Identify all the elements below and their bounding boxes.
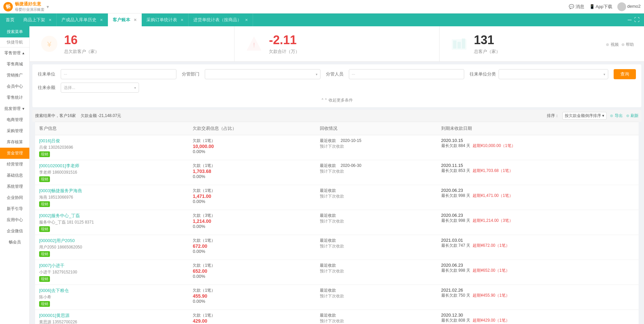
- content-area: ¥ 16 总欠款客户（家） !: [30, 26, 644, 324]
- owe-amount-2[interactable]: 1,471.00: [193, 194, 312, 199]
- customer-contact-3: 服务中心_丁磊 181 0125 8371: [39, 219, 185, 225]
- user-avatar[interactable]: demo2: [617, 2, 641, 11]
- sidebar: 搜索菜单 快捷导航 零售管理 ▲ 零售商城 营销推广 会员中心 零售统计 批发管…: [0, 26, 30, 324]
- customer-contact-1: 李老师 18600391516: [39, 170, 185, 175]
- cell-expire-1: 2020.11.15 最长欠款 853 天 超期¥1,703.68（1笔）: [437, 160, 639, 185]
- sidebar-item-system[interactable]: 系统管理: [0, 181, 29, 192]
- cell-payback-1: 最近收款 2020-06-30 预计下次收款: [316, 160, 437, 185]
- cell-expire-6: 2021.02.26 最长欠款 750 天 超期¥455.90（1笔）: [437, 285, 639, 310]
- tab-stock[interactable]: 进货单统计表（按商品） ✕: [189, 13, 253, 26]
- customer-name-4[interactable]: [000002]用户2050: [39, 238, 185, 244]
- owe-desc-5: 欠款（1笔）: [193, 263, 312, 268]
- sidebar-item-purchase[interactable]: 采购管理: [0, 125, 29, 137]
- customer-name-1[interactable]: [0001020001]李老师: [39, 163, 185, 169]
- filter-source-unit-input[interactable]: ···: [61, 69, 176, 79]
- stat-owe-amount-label: 欠款合计（万）: [269, 49, 429, 55]
- cell-owe-1: 欠款（1笔） 1,703.68 0.00%: [189, 160, 316, 185]
- close-customer-tab[interactable]: ✕: [134, 18, 137, 22]
- system-selector-arrow[interactable]: ▾: [47, 4, 49, 9]
- cell-owe-0: 欠款（1笔） 10,000.00 0.00%: [189, 135, 316, 160]
- sidebar-item-enterprise[interactable]: 企业协同: [0, 192, 29, 203]
- filter-dept-input[interactable]: ▾: [205, 69, 320, 79]
- tab-purchase[interactable]: 采购订单统计表 ✕: [142, 13, 189, 26]
- maximize-icon[interactable]: ⛶: [634, 17, 640, 23]
- overdue-link-5[interactable]: 超期¥652.00（1笔）: [473, 268, 510, 273]
- owe-amount-0[interactable]: 10,000.00: [193, 144, 312, 149]
- sidebar-item-finance[interactable]: 资金管理: [0, 148, 29, 159]
- owe-customers-icon: ¥: [40, 34, 59, 53]
- overdue-link-3[interactable]: 超期¥1,214.00（3笔）: [473, 218, 513, 223]
- sidebar-search[interactable]: 搜索菜单: [0, 26, 29, 37]
- owe-amount-7[interactable]: 429.00: [193, 318, 312, 324]
- tab-customer[interactable]: 客户账本 ✕: [108, 13, 142, 26]
- help-link[interactable]: ⊙ 帮助: [621, 42, 634, 48]
- sidebar-item-newbie[interactable]: 新手引导: [0, 203, 29, 214]
- total-customers-icon: [450, 34, 469, 53]
- customer-name-0[interactable]: [0016]吕俊: [39, 138, 185, 144]
- sidebar-item-batch-mgmt[interactable]: 批发管理 ▼: [0, 103, 29, 114]
- close-stock-tab[interactable]: ✕: [245, 18, 248, 22]
- owe-amount-5[interactable]: 652.00: [193, 268, 312, 274]
- owe-amount-4[interactable]: 672.00: [193, 243, 312, 249]
- customer-name-3[interactable]: [0002]服务中心_丁磊: [39, 213, 185, 219]
- table-row: [0002]服务中心_丁磊 服务中心_丁磊 181 0125 8371 现销 欠…: [35, 210, 639, 235]
- sort-label: 排序：: [547, 113, 559, 119]
- overdue-link-1[interactable]: 超期¥1,703.68（1笔）: [473, 168, 513, 173]
- owe-amount-3[interactable]: 1,214.00: [193, 218, 312, 224]
- refresh-button[interactable]: ⊙ 刷新: [626, 113, 639, 119]
- sidebar-item-ecommerce[interactable]: 电商管理: [0, 114, 29, 125]
- cell-expire-4: 2021.03.01 最长欠款 747 天 超期¥672.00（1笔）: [437, 235, 639, 260]
- customer-name-6[interactable]: [0006]去下粮仓: [39, 288, 185, 294]
- quick-nav[interactable]: 快捷导航: [0, 37, 29, 48]
- customer-name-5[interactable]: [0007]小进干: [39, 263, 185, 269]
- cell-expire-5: 2020.06.23 最长欠款 998 天 超期¥652.00（1笔）: [437, 260, 639, 285]
- cell-customer-2: [0003]畅捷服务尹海燕 海燕 18513066976 现销: [35, 185, 189, 210]
- overdue-link-2[interactable]: 超期¥1,471.00（1笔）: [473, 193, 513, 198]
- cell-payback-6: 最近收款 预计下次收款: [316, 285, 437, 310]
- sidebar-item-marketing[interactable]: 营销推广: [0, 70, 29, 81]
- collapse-button[interactable]: ⌃⌃ 收起更多条件: [38, 96, 636, 105]
- filter-unit-category-input[interactable]: ▾: [499, 69, 608, 79]
- sidebar-item-vip[interactable]: 畅会员: [0, 237, 29, 248]
- overdue-link-0[interactable]: 超期¥10,000.00（1笔）: [473, 143, 515, 148]
- overdue-link-7[interactable]: 超期¥429.00（1笔）: [473, 318, 510, 323]
- sidebar-item-operations[interactable]: 经营管理: [0, 159, 29, 170]
- owe-desc-2: 欠款（1笔）: [193, 188, 312, 194]
- customer-tag-6: 现销: [39, 301, 50, 307]
- query-button[interactable]: 查询: [614, 69, 636, 79]
- sidebar-item-basic-info[interactable]: 基础信息: [0, 170, 29, 181]
- tab-production[interactable]: 产成品入库单历史 ✕: [57, 13, 108, 26]
- filter-balance-input[interactable]: 选择... ▾: [61, 83, 139, 93]
- sidebar-item-retail-shop[interactable]: 零售商城: [0, 59, 29, 70]
- sidebar-item-app-center[interactable]: 应用中心: [0, 214, 29, 226]
- stat-owe-customers-value: 16: [64, 33, 224, 47]
- overdue-link-6[interactable]: 超期¥455.90（1笔）: [473, 293, 510, 298]
- owe-amount-1[interactable]: 1,703.68: [193, 169, 312, 174]
- customer-name-2[interactable]: [0003]畅捷服务尹海燕: [39, 188, 185, 194]
- balance-arrow-icon: ▾: [134, 86, 136, 90]
- video-link[interactable]: ⊙ 视频: [606, 42, 618, 48]
- customer-name-7[interactable]: [000001]黄思源: [39, 313, 185, 319]
- message-link[interactable]: 💬 消息: [569, 4, 584, 10]
- category-arrow-icon: ▾: [604, 72, 605, 76]
- tab-goods[interactable]: 商品上下架 ✕: [19, 13, 57, 26]
- sidebar-item-wechat[interactable]: 企业微信: [0, 226, 29, 237]
- sidebar-item-retail-mgmt[interactable]: 零售管理 ▲: [0, 48, 29, 59]
- next-pay-7: 预计下次收款: [320, 318, 433, 324]
- close-purchase-tab[interactable]: ✕: [180, 18, 184, 22]
- overdue-days-4: 最长欠款 747 天 超期¥672.00（1笔）: [441, 243, 635, 248]
- sidebar-item-retail-stats[interactable]: 零售统计: [0, 92, 29, 103]
- close-production-tab[interactable]: ✕: [100, 18, 103, 22]
- sidebar-item-member[interactable]: 会员中心: [0, 81, 29, 92]
- app-download-link[interactable]: 📱 App下载: [589, 4, 612, 10]
- cell-expire-3: 2020.06.23 最长欠款 998 天 超期¥1,214.00（3笔）: [437, 210, 639, 235]
- minimize-icon[interactable]: ─: [628, 17, 632, 23]
- owe-amount-6[interactable]: 455.90: [193, 293, 312, 299]
- sort-select[interactable]: 按欠款金额倒序排序 ▾: [562, 112, 607, 120]
- overdue-link-4[interactable]: 超期¥672.00（1笔）: [473, 243, 510, 248]
- sidebar-item-inventory[interactable]: 库存核算: [0, 137, 29, 148]
- tab-home[interactable]: 首页: [2, 13, 19, 26]
- close-goods-tab[interactable]: ✕: [49, 18, 52, 22]
- filter-person-input[interactable]: ···: [349, 69, 465, 79]
- export-button[interactable]: ⊙ 导出: [610, 113, 622, 119]
